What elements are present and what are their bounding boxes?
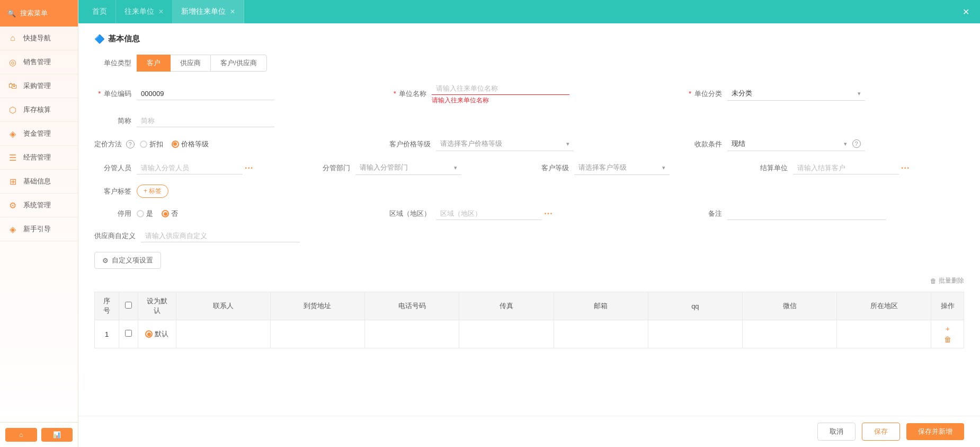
sales-icon: ◎ [7,57,18,67]
form-group-department: 分管部门 请输入分管部门 ▾ [313,161,527,175]
sidebar-item-label: 采购管理 [23,81,51,91]
cell-checkbox[interactable] [119,320,138,348]
custom-settings-button[interactable]: ⚙ 自定义项设置 [94,252,161,269]
tag-add-button[interactable]: + 标签 [137,185,168,198]
remark-input[interactable] [727,207,886,220]
form-group-unit-name: * 单位名称 请输入往来单位名称 [389,82,669,105]
tab-new-partner[interactable]: 新增往来单位 ✕ [173,0,244,23]
cell-action: + 🗑 [931,320,964,348]
cell-default[interactable]: 默认 [138,320,176,348]
tab-new-partner-close[interactable]: ✕ [230,8,235,15]
col-checkbox[interactable] [119,292,138,320]
batch-delete-button[interactable]: 🗑 批量删除 [930,276,964,285]
customer-price-placeholder: 请选择客户价格等级 [440,139,564,148]
manager-more-btn[interactable]: ··· [243,163,255,173]
pricing-help-icon[interactable]: ? [126,140,135,148]
unit-type-row: 单位类型 客户 供应商 客户/供应商 [94,55,964,72]
guide-icon: ◈ [7,224,18,234]
region-table-input[interactable] [842,330,925,338]
settlement-label: 结算单位 [751,163,793,173]
cell-fax[interactable] [459,320,554,348]
form-row-manager: 分管人员 ··· 分管部门 请输入分管部门 ▾ 客户等级 请选择客户等级 ▾ 结… [94,161,964,175]
sidebar-item-funds[interactable]: ◈ 资金管理 [0,122,78,146]
unit-name-input[interactable] [432,82,569,95]
default-radio[interactable]: 默认 [144,329,171,339]
section-title: 🔷 基本信息 [94,34,964,44]
email-input[interactable] [559,330,643,338]
sidebar-search[interactable]: 🔍 搜索菜单 [0,5,78,21]
form-group-manager: 分管人员 ··· [94,162,308,174]
cell-contact[interactable] [176,320,270,348]
add-row-btn[interactable]: + [943,323,952,334]
row-checkbox[interactable] [125,330,132,337]
form-row-abbr: 简称 [94,115,964,127]
customer-price-label: 客户价格等级 [389,139,436,149]
system-icon: ⚙ [7,200,18,211]
cell-region[interactable] [837,320,931,348]
unit-code-input[interactable] [137,87,274,100]
radio-discount[interactable]: 折扣 [140,139,163,149]
manager-input[interactable] [137,162,243,174]
save-button[interactable]: 保存 [862,423,900,441]
sidebar-item-inventory[interactable]: ⬡ 库存核算 [0,98,78,122]
cell-wechat[interactable] [743,320,837,348]
unit-name-error-msg: 请输入往来单位名称 [432,96,569,105]
region-more-btn[interactable]: ··· [542,209,555,218]
customer-price-select[interactable]: 请选择客户价格等级 ▾ [436,137,574,151]
sidebar-item-system[interactable]: ⚙ 系统管理 [0,194,78,217]
sidebar-item-label: 新手引导 [23,224,51,234]
sidebar-bottom-btn1[interactable]: ⌂ [5,428,37,442]
cell-email[interactable] [554,320,648,348]
payment-terms-select[interactable]: 现结 ▾ ? [727,137,865,151]
abbr-input[interactable] [137,115,274,127]
save-new-button[interactable]: 保存并新增 [906,423,964,440]
customer-level-select[interactable]: 请选择客户等级 ▾ [574,161,670,175]
phone-input[interactable] [370,330,453,338]
sidebar-item-operations[interactable]: ☰ 经营管理 [0,146,78,170]
delete-row-btn[interactable]: 🗑 [942,334,954,345]
unit-category-select[interactable]: 未分类 ▾ [727,86,865,101]
sidebar-item-purchase[interactable]: 🛍 采购管理 [0,74,78,98]
customer-price-chevron: ▾ [566,141,569,147]
cell-address[interactable] [270,320,364,348]
tab-partners-close[interactable]: ✕ [158,8,164,15]
contact-input[interactable] [182,330,265,338]
tab-bar-close-btn[interactable]: ✕ [957,7,975,17]
sidebar-item-sales[interactable]: ◎ 销售管理 [0,50,78,74]
region-input[interactable] [436,207,542,220]
wechat-input[interactable] [748,330,831,338]
sidebar-item-basic[interactable]: ⊞ 基础信息 [0,170,78,194]
tab-home[interactable]: 首页 [84,0,116,23]
cell-phone[interactable] [365,320,459,348]
settlement-input[interactable] [793,162,899,174]
type-btn-customer[interactable]: 客户 [137,55,171,72]
sidebar-item-quick-nav[interactable]: ⌂ 快捷导航 [0,27,78,50]
payment-terms-help-icon[interactable]: ? [852,139,861,148]
payment-terms-value: 现结 [732,139,841,148]
form-group-unit-code: * 单位编码 [94,87,373,100]
settlement-more-btn[interactable]: ··· [899,163,912,173]
qq-input[interactable] [654,330,737,338]
table-header: 序号 设为默认 联系人 到货地址 电话号码 传真 邮箱 qq 微信 所在地区 操… [95,292,964,320]
fax-input[interactable] [465,330,548,338]
cell-qq[interactable] [648,320,742,348]
supplier-custom-input[interactable] [141,230,300,242]
sidebar-bottom-btn2[interactable]: 📊 [41,428,73,442]
sidebar-item-label: 销售管理 [23,57,51,67]
remark-label: 备注 [685,209,727,218]
type-btn-supplier[interactable]: 供应商 [170,55,211,72]
section-title-text: 基本信息 [108,34,140,44]
radio-disabled-no[interactable]: 否 [162,209,178,218]
select-all-checkbox[interactable] [125,302,132,309]
tab-partners[interactable]: 往来单位 ✕ [116,0,173,23]
cancel-button[interactable]: 取消 [817,423,856,441]
tab-partners-label: 往来单位 [124,7,154,16]
radio-disabled-yes[interactable]: 是 [137,209,153,218]
type-btn-both[interactable]: 客户/供应商 [210,55,267,72]
home-icon: ⌂ [7,33,18,43]
unit-category-chevron: ▾ [858,90,861,97]
radio-price-level[interactable]: 价格等级 [172,139,209,149]
department-select[interactable]: 请输入分管部门 ▾ [355,161,461,175]
sidebar-item-guide[interactable]: ◈ 新手引导 [0,217,78,241]
address-input[interactable] [276,330,359,338]
